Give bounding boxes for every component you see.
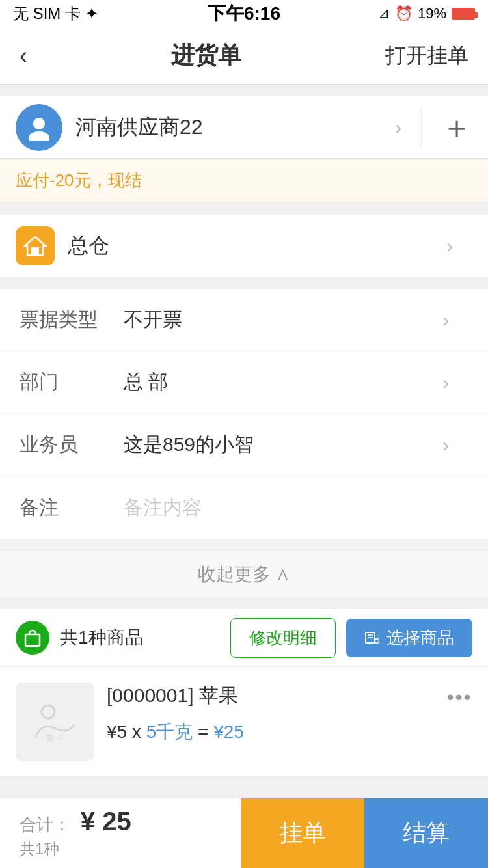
collapse-label: 收起更多 ∧ [198, 562, 291, 587]
product-name: [0000001] 苹果 [107, 683, 433, 709]
warehouse-name: 总仓 [68, 232, 446, 260]
svg-point-1 [29, 131, 49, 141]
svg-rect-3 [31, 247, 39, 255]
product-default-image-icon: 鲁卡 [32, 699, 77, 744]
product-unit-price: ¥5 [107, 722, 127, 742]
remark-input[interactable]: 备注内容 [111, 495, 468, 521]
open-hold-button[interactable]: 打开挂单 [385, 42, 468, 70]
select-product-icon [364, 630, 380, 645]
total-count: 共1种 [20, 839, 221, 860]
svg-text:鲁卡: 鲁卡 [46, 733, 64, 743]
supplier-avatar [16, 104, 62, 151]
product-title: 苹果 [199, 685, 238, 706]
warehouse-icon [16, 226, 55, 265]
alarm-icon: ⏰ [395, 5, 413, 22]
collapse-bar[interactable]: 收起更多 ∧ [0, 550, 488, 597]
multiply-sign: x [132, 722, 146, 742]
battery-status: 19% [418, 5, 446, 22]
invoice-chevron-icon: › [442, 309, 449, 331]
hold-button[interactable]: 挂单 [241, 798, 364, 869]
status-left: 无 SIM 卡 ✦ [13, 3, 98, 24]
remark-row[interactable]: 备注 备注内容 [0, 476, 488, 539]
salesperson-row[interactable]: 业务员 这是859的小智 › [0, 414, 488, 476]
person-icon [26, 115, 52, 141]
shopping-bag-icon [23, 628, 42, 647]
svg-rect-4 [25, 634, 40, 646]
chevron-right-icon: › [395, 116, 401, 139]
total-amount: ¥ 25 [81, 807, 131, 835]
gap-1 [0, 85, 488, 96]
battery-icon [452, 8, 475, 20]
warehouse-row[interactable]: 总仓 › [0, 215, 488, 277]
product-item: 鲁卡 [0000001] 苹果 ¥5 x 5千克 = ¥25 ••• [0, 666, 488, 776]
total-amount-row: 合计： ¥ 25 [20, 807, 221, 836]
select-product-label: 选择商品 [386, 627, 454, 649]
product-info: [0000001] 苹果 ¥5 x 5千克 = ¥25 [107, 683, 433, 761]
sim-status: 无 SIM 卡 ✦ [13, 3, 98, 24]
page-title: 进货单 [171, 40, 241, 72]
warehouse-chevron-icon: › [446, 235, 453, 257]
checkout-button[interactable]: 结算 [364, 798, 488, 869]
salesperson-chevron-icon: › [442, 434, 449, 456]
total-section: 合计： ¥ 25 共1种 [0, 807, 241, 860]
department-value: 总 部 [111, 369, 442, 396]
products-header: 共1种商品 修改明细 选择商品 [0, 609, 488, 666]
product-thumbnail: 鲁卡 [16, 683, 94, 761]
product-more-button[interactable]: ••• [446, 683, 472, 761]
add-supplier-button[interactable]: ＋ [441, 112, 472, 143]
department-label: 部门 [20, 369, 111, 396]
status-right: ⊿ ⏰ 19% [378, 5, 475, 22]
products-icon [16, 621, 49, 655]
house-icon [23, 234, 47, 258]
bottom-bar: 合计： ¥ 25 共1种 挂单 结算 [0, 798, 488, 868]
form-section: 票据类型 不开票 › 部门 总 部 › 业务员 这是859的小智 › 备注 备注… [0, 289, 488, 539]
product-code: [0000001] [107, 685, 193, 706]
edit-detail-button[interactable]: 修改明细 [230, 618, 336, 658]
product-price-row: ¥5 x 5千克 = ¥25 [107, 720, 433, 744]
select-product-button[interactable]: 选择商品 [346, 619, 472, 657]
supplier-row[interactable]: 河南供应商22 › ＋ [0, 96, 488, 159]
notice-bar: 应付-20元，现结 [0, 159, 488, 203]
svg-point-0 [33, 118, 45, 129]
gap-2 [0, 203, 488, 215]
vertical-divider [421, 108, 422, 147]
notice-text: 应付-20元，现结 [16, 170, 142, 190]
product-quantity: 5千克 [146, 722, 193, 742]
remark-label: 备注 [20, 495, 111, 521]
salesperson-value: 这是859的小智 [111, 431, 442, 458]
back-button[interactable]: ‹ [20, 42, 27, 70]
department-chevron-icon: › [442, 372, 449, 394]
nav-bar: ‹ 进货单 打开挂单 [0, 27, 488, 85]
invoice-value: 不开票 [111, 306, 442, 333]
status-time: 下午6:16 [208, 1, 280, 26]
salesperson-label: 业务员 [20, 431, 111, 458]
products-count: 共1种商品 [60, 625, 220, 650]
invoice-row[interactable]: 票据类型 不开票 › [0, 289, 488, 351]
total-label: 合计： [20, 815, 70, 834]
invoice-label: 票据类型 [20, 306, 111, 333]
status-bar: 无 SIM 卡 ✦ 下午6:16 ⊿ ⏰ 19% [0, 0, 488, 27]
product-total: ¥25 [213, 722, 244, 742]
supplier-name: 河南供应商22 [75, 113, 395, 142]
svg-point-11 [42, 705, 55, 718]
department-row[interactable]: 部门 总 部 › [0, 351, 488, 414]
equals-sign: = [198, 722, 213, 742]
location-icon: ⊿ [378, 5, 390, 22]
